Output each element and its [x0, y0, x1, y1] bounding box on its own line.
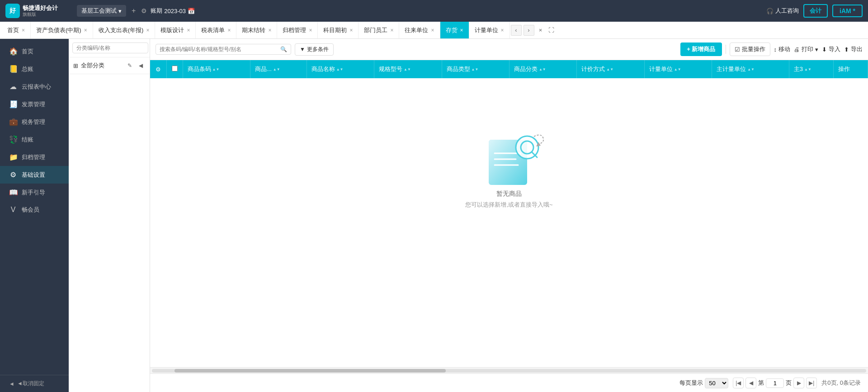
- sidebar-item-guide[interactable]: 📖 新手引导: [0, 184, 69, 201]
- current-page-input[interactable]: [766, 378, 784, 388]
- company-selector[interactable]: 基层工会测试 ▾: [77, 5, 126, 17]
- th-code[interactable]: 商品... ▲▼: [250, 60, 307, 78]
- period-info: 账期 2023-03 📅: [151, 7, 195, 15]
- tab-balance-sheet[interactable]: 资产负债表(中期) ×: [31, 22, 93, 39]
- empty-subtitle: 您可以选择新增,或者直接导入哦~: [465, 201, 552, 209]
- prev-page-button[interactable]: ◀: [745, 378, 756, 388]
- customer-service-button[interactable]: 🎧 人工咨询: [766, 7, 799, 15]
- batch-operation-button[interactable]: ☑ 批量操作: [730, 43, 770, 56]
- category-all-label[interactable]: 全部分类: [81, 61, 104, 70]
- iam-button[interactable]: iAM *: [832, 5, 863, 17]
- th-settings[interactable]: ⚙: [150, 60, 166, 78]
- sidebar-item-home[interactable]: 🏠 首页: [0, 43, 69, 60]
- th-category-label: 商品分类: [514, 65, 538, 73]
- tab-inventory[interactable]: 存货 ×: [440, 22, 469, 39]
- tab-close-icon[interactable]: ×: [84, 27, 87, 33]
- th-col3[interactable]: 主3 ▲▼: [789, 60, 833, 78]
- tab-close-all-button[interactable]: ×: [535, 25, 546, 36]
- sidebar-item-ledger[interactable]: 📒 总账: [0, 60, 69, 78]
- content-area: 🔍 ⊞ 全部分类 ✎ ◀ 🔍: [69, 39, 868, 392]
- tab-close-icon[interactable]: ×: [268, 27, 271, 33]
- sort-arrows-type: ▲▼: [472, 67, 479, 71]
- tab-close-icon[interactable]: ×: [146, 27, 149, 33]
- import-button[interactable]: ⬇ 导入: [822, 45, 840, 53]
- th-type[interactable]: 商品类型 ▲▼: [442, 60, 509, 78]
- th-barcode[interactable]: 商品条码 ▲▼: [183, 60, 250, 78]
- tab-department-staff[interactable]: 部门员工 ×: [359, 22, 399, 39]
- tab-period-closing[interactable]: 期末结转 ×: [236, 22, 277, 39]
- sidebar: 🏠 首页 📒 总账 ☁ 云报表中心 🧾 发票管理 💼 税务管理 💱 结账 📁 归…: [0, 39, 69, 392]
- th-main-unit[interactable]: 主计量单位 ▲▼: [712, 60, 789, 78]
- tab-close-icon[interactable]: ×: [431, 27, 434, 33]
- tab-income-statement[interactable]: 收入支出表(年报) ×: [93, 22, 156, 39]
- sidebar-item-member[interactable]: V 畅会员: [0, 201, 69, 218]
- tab-close-icon[interactable]: ×: [309, 27, 312, 33]
- th-category[interactable]: 商品分类 ▲▼: [509, 60, 576, 78]
- export-button[interactable]: ⬆ 导出: [844, 45, 863, 53]
- right-panel: 🔍 ▼ 更多条件 + 新增商品 ☑ 批量操作 ↕: [150, 39, 868, 392]
- filter-button[interactable]: ▼ 更多条件: [295, 43, 334, 56]
- th-name[interactable]: 商品名称 ▲▼: [307, 60, 374, 78]
- tab-expand-button[interactable]: ⛶: [546, 25, 557, 36]
- category-edit-icon[interactable]: ✎: [125, 61, 134, 70]
- tab-nav-next-button[interactable]: ›: [524, 25, 534, 36]
- page-size-select[interactable]: 10 20 50 100: [705, 378, 728, 388]
- tab-tax-list[interactable]: 税表清单 ×: [196, 22, 236, 39]
- tab-archive-management[interactable]: 归档管理 ×: [277, 22, 318, 39]
- import-label: 导入: [829, 45, 840, 53]
- scrollbar-thumb[interactable]: [175, 369, 446, 373]
- sidebar-item-archive[interactable]: 📁 归档管理: [0, 148, 69, 166]
- tab-contacts[interactable]: 往来单位 ×: [399, 22, 440, 39]
- tab-close-icon[interactable]: ×: [460, 27, 463, 33]
- settings-cog-icon[interactable]: ⚙: [141, 7, 147, 14]
- new-product-button[interactable]: + 新增商品: [680, 43, 722, 56]
- app-sub: 旗舰版: [23, 12, 58, 17]
- sidebar-unpin-button[interactable]: ◄ ◄取消固定: [0, 375, 69, 392]
- add-tab-button[interactable]: +: [132, 7, 136, 15]
- sort-arrows-barcode: ▲▼: [212, 67, 220, 71]
- sort-arrows-price: ▲▼: [606, 67, 613, 71]
- tab-close-icon[interactable]: ×: [390, 27, 393, 33]
- sidebar-item-label: 总账: [22, 65, 33, 73]
- grid-icon: ⊞: [73, 62, 78, 69]
- th-name-label: 商品名称: [311, 65, 335, 73]
- tab-label: 科目期初: [323, 26, 347, 34]
- logo-area: 好 畅捷通好会计 旗舰版: [5, 4, 73, 18]
- last-page-button[interactable]: ▶|: [806, 378, 817, 388]
- tab-template-design[interactable]: 模版设计 ×: [155, 22, 196, 39]
- tab-close-icon[interactable]: ×: [349, 27, 353, 33]
- tab-close-icon[interactable]: ×: [22, 27, 25, 33]
- first-page-button[interactable]: |◀: [733, 378, 744, 388]
- tab-close-icon[interactable]: ×: [187, 27, 190, 33]
- sidebar-item-closing[interactable]: 💱 结账: [0, 131, 69, 148]
- th-price-method[interactable]: 计价方式 ▲▼: [577, 60, 644, 78]
- select-all-checkbox[interactable]: [172, 66, 178, 71]
- next-page-button[interactable]: ▶: [793, 378, 804, 388]
- sidebar-item-tax[interactable]: 💼 税务管理: [0, 113, 69, 131]
- th-spec[interactable]: 规格型号 ▲▼: [374, 60, 442, 78]
- horizontal-scrollbar[interactable]: [150, 367, 868, 373]
- tab-close-icon[interactable]: ×: [227, 27, 231, 33]
- tab-close-icon[interactable]: ×: [501, 27, 504, 33]
- tab-homepage[interactable]: 首页 ×: [2, 22, 31, 39]
- category-search-input[interactable]: [72, 43, 148, 53]
- th-checkbox[interactable]: [166, 60, 183, 78]
- sidebar-item-invoice[interactable]: 🧾 发票管理: [0, 95, 69, 113]
- print-button[interactable]: 🖨 打印 ▾: [794, 45, 818, 53]
- tab-label: 首页: [7, 26, 19, 34]
- tab-unit-measure[interactable]: 计量单位 ×: [469, 22, 510, 39]
- app-title: 畅捷通好会计: [23, 5, 58, 12]
- scrollbar-track[interactable]: [152, 369, 866, 373]
- move-button[interactable]: ↕ 移动: [774, 45, 791, 53]
- filter-icon: ▼: [300, 46, 305, 52]
- th-unit[interactable]: 计量单位 ▲▼: [644, 60, 712, 78]
- sidebar-item-reports[interactable]: ☁ 云报表中心: [0, 78, 69, 95]
- pagination-bar: 每页显示 10 20 50 100 |◀ ◀ 第 页: [150, 373, 868, 392]
- sidebar-item-settings[interactable]: ⚙ 基础设置: [0, 166, 69, 184]
- tab-subject-initial[interactable]: 科目期初 ×: [318, 22, 359, 39]
- tab-nav-prev-button[interactable]: ‹: [511, 25, 522, 36]
- user-role-button[interactable]: 会计: [803, 4, 828, 18]
- product-search-input[interactable]: [160, 46, 278, 52]
- calendar-icon[interactable]: 📅: [188, 8, 195, 14]
- category-collapse-icon[interactable]: ◀: [136, 61, 145, 70]
